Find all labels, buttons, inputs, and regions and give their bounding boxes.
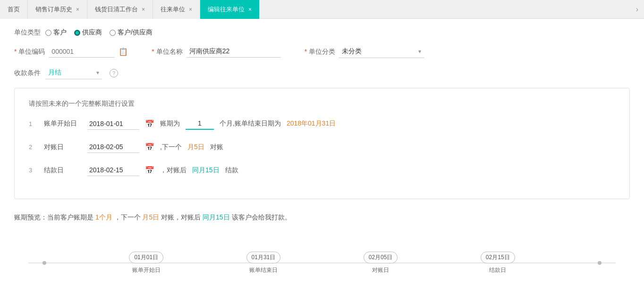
timeline-label-4: 结款日	[489, 266, 506, 274]
category-field-group: 单位分类 未分类 ▾	[305, 45, 424, 58]
radio-both[interactable]: 客户/供应商	[110, 28, 153, 37]
payment-help-icon[interactable]: ?	[110, 69, 118, 77]
radio-supplier-label: 供应商	[82, 28, 102, 37]
tab-partner[interactable]: 往来单位 ×	[153, 0, 200, 19]
radio-customer-label: 客户	[53, 28, 67, 37]
start-date-input[interactable]	[87, 118, 139, 130]
radio-customer-input[interactable]	[45, 30, 51, 36]
radio-customer[interactable]: 客户	[45, 28, 67, 37]
tab-home[interactable]: 首页	[0, 0, 28, 19]
timeline-badge-2: 01月31日	[246, 252, 281, 263]
tab-sales-order[interactable]: 销售订单历史 ×	[28, 0, 87, 19]
category-value: 未分类	[342, 47, 416, 56]
name-label: 单位名称	[152, 48, 182, 56]
preview-orange1: 1个月	[95, 213, 112, 221]
setting-suffix-1b: 个月,账单结束日期为	[220, 119, 281, 128]
settings-title: 请按照未来的一个完整帐期进行设置	[29, 100, 615, 108]
payment-highlight: 同月15日	[192, 166, 220, 175]
timeline-badge-1: 01月01日	[129, 252, 163, 263]
preview-section: 账期预览：当前客户账期是 1个月 ，下一个 月5日 对账，对账后 同月15日 该…	[14, 204, 630, 231]
setting-num-3: 3	[29, 167, 38, 174]
payment-row: 收款条件 月结 ▾ ?	[14, 67, 630, 79]
timeline-dots: 01月01日 账单开始日 01月31日 账单结束日 02月05日 对账日 02月…	[42, 252, 602, 274]
setting-suffix-2b: 对账	[210, 143, 223, 152]
timeline-node-3: 02月05日 对账日	[364, 252, 398, 274]
unit-type-radio-group: 客户 供应商 客户/供应商	[45, 28, 153, 37]
period-input[interactable]	[186, 118, 214, 130]
setting-num-2: 2	[29, 144, 38, 151]
preview-suffix: 该客户会给我打款。	[232, 213, 291, 221]
tab-partner-close[interactable]: ×	[189, 6, 192, 13]
reconcile-highlight: 月5日	[187, 143, 204, 152]
tab-sales-order-close[interactable]: ×	[76, 6, 79, 13]
tab-edit-partner-close[interactable]: ×	[248, 6, 252, 13]
name-field-group: 单位名称	[152, 46, 280, 58]
timeline-node-2: 01月31日 账单结束日	[246, 252, 281, 274]
payment-date-calendar-icon[interactable]: 📅	[145, 166, 154, 175]
setting-row-2: 2 对账日 📅 ,下一个 月5日 对账	[29, 141, 615, 153]
code-field-group: 单位编码 📋	[14, 46, 128, 58]
payment-value: 月结	[48, 68, 94, 77]
setting-suffix-3a: ，对账后	[160, 166, 186, 175]
code-calendar-icon[interactable]: 📋	[119, 47, 128, 56]
setting-suffix-1a: 账期为	[160, 119, 180, 128]
setting-row-3: 3 结款日 📅 ，对账后 同月15日 结款	[29, 164, 615, 176]
unit-info-row: 单位编码 📋 单位名称 单位分类 未分类 ▾	[14, 45, 630, 58]
code-input[interactable]	[49, 46, 115, 58]
tab-edit-partner-label: 编辑往来单位	[208, 5, 245, 14]
timeline-node-1: 01月01日 账单开始日	[129, 252, 163, 274]
preview-teal1: 同月15日	[203, 213, 230, 221]
name-input[interactable]	[186, 46, 281, 58]
radio-both-input[interactable]	[110, 30, 116, 36]
preview-mid1: ，下一个	[114, 213, 141, 221]
payment-dropdown[interactable]: 月结 ▾	[45, 67, 102, 79]
tab-cash-desk-label: 钱货日清工作台	[95, 5, 138, 14]
preview-mid2: 对账，对账后	[161, 213, 201, 221]
setting-label-1: 账单开始日	[44, 119, 82, 128]
setting-label-2: 对账日	[44, 143, 82, 152]
category-dropdown[interactable]: 未分类 ▾	[339, 45, 424, 58]
radio-supplier-input[interactable]	[74, 30, 80, 36]
setting-label-3: 结款日	[44, 166, 82, 175]
tab-cash-desk-close[interactable]: ×	[142, 6, 145, 13]
payment-date-input[interactable]	[87, 164, 139, 176]
unit-type-row: 单位类型 客户 供应商 客户/供应商	[14, 28, 630, 37]
settings-box: 请按照未来的一个完整帐期进行设置 1 账单开始日 📅 账期为 个月,账单结束日期…	[14, 88, 630, 199]
radio-both-label: 客户/供应商	[118, 28, 153, 37]
preview-prefix: 账期预览：当前客户账期是	[14, 213, 93, 221]
category-label: 单位分类	[305, 48, 335, 56]
setting-num-1: 1	[29, 120, 38, 127]
tab-sales-order-label: 销售订单历史	[35, 5, 72, 14]
timeline-wrapper: 01月01日 账单开始日 01月31日 账单结束日 02月05日 对账日 02月…	[14, 242, 630, 284]
radio-supplier[interactable]: 供应商	[74, 28, 102, 37]
timeline-label-1: 账单开始日	[132, 266, 161, 274]
category-dropdown-arrow: ▾	[418, 48, 421, 55]
unit-type-label: 单位类型	[14, 28, 41, 37]
setting-suffix-2a: ,下一个	[160, 143, 182, 152]
tab-expand-icon[interactable]: ›	[630, 5, 644, 14]
timeline-badge-4: 02月15日	[481, 252, 515, 263]
tab-home-label: 首页	[8, 5, 20, 14]
start-date-calendar-icon[interactable]: 📅	[145, 119, 154, 128]
payment-label: 收款条件	[14, 69, 41, 77]
timeline-badge-3: 02月05日	[364, 252, 398, 263]
setting-suffix-3b: 结款	[225, 166, 238, 175]
preview-orange2: 月5日	[142, 213, 159, 221]
timeline-label-3: 对账日	[372, 266, 389, 274]
tab-cash-desk[interactable]: 钱货日清工作台 ×	[87, 0, 153, 19]
tab-partner-label: 往来单位	[161, 5, 185, 14]
setting-row-1: 1 账单开始日 📅 账期为 个月,账单结束日期为 2018年01月31日	[29, 118, 615, 130]
payment-dropdown-arrow: ▾	[96, 69, 99, 76]
timeline-label-2: 账单结束日	[249, 266, 278, 274]
timeline-start-cap	[42, 261, 46, 265]
main-content: 单位类型 客户 供应商 客户/供应商 单位编码 📋 单位名称	[0, 19, 644, 287]
code-label: 单位编码	[14, 48, 45, 56]
tab-edit-partner[interactable]: 编辑往来单位 ×	[200, 0, 260, 19]
billing-end-date: 2018年01月31日	[287, 119, 336, 128]
timeline-node-4: 02月15日 结款日	[481, 252, 515, 274]
reconcile-date-input[interactable]	[87, 141, 139, 153]
tab-bar: 首页 销售订单历史 × 钱货日清工作台 × 往来单位 × 编辑往来单位 × ›	[0, 0, 644, 19]
timeline-end-cap	[598, 261, 602, 265]
reconcile-date-calendar-icon[interactable]: 📅	[145, 143, 154, 152]
preview-text: 账期预览：当前客户账期是 1个月 ，下一个 月5日 对账，对账后 同月15日 该…	[14, 211, 630, 223]
